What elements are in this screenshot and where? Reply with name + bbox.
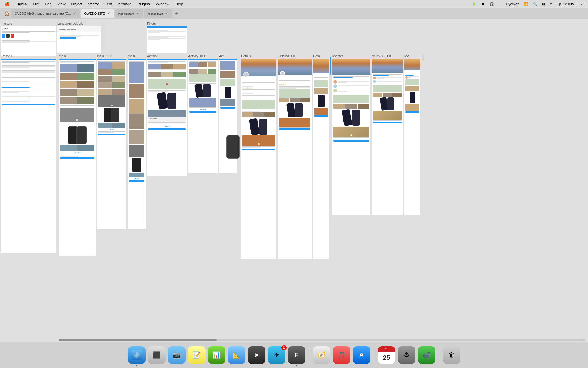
- acti-panel: Acti...: [219, 54, 237, 173]
- dock-appstore[interactable]: A: [353, 346, 370, 364]
- menu-vector[interactable]: Vector: [86, 2, 101, 6]
- dock-separator-2: [374, 348, 374, 362]
- reviews1000-label: reviews 1000: [372, 54, 403, 58]
- activity-label: Activity: [147, 54, 187, 58]
- filters-frame[interactable]: [147, 26, 187, 53]
- activity-panel: Activity: [147, 54, 187, 176]
- language-selection-panel: Language selection Language selection: [57, 22, 101, 53]
- menu-object[interactable]: Object: [69, 2, 85, 6]
- date-time[interactable]: Ср, 12 янв. 15:23: [555, 2, 586, 6]
- menubar: 🍎 Figma File Edit View Object Vector Tex…: [0, 0, 588, 8]
- dock-music[interactable]: 🎵: [333, 346, 350, 364]
- masters-frame[interactable]: QVEDO: [1, 26, 56, 56]
- canvas-scrollbar[interactable]: [59, 339, 585, 341]
- activity-frame[interactable]: Post content QVEDO: [147, 59, 187, 176]
- dock-keynote[interactable]: 📐: [228, 346, 245, 364]
- dock-dot: [136, 365, 137, 366]
- activity1000-panel: Activity 1000: [188, 54, 218, 173]
- menu-view[interactable]: View: [55, 2, 68, 6]
- control-center-icon[interactable]: ⊞: [541, 2, 546, 6]
- dock-launchpad[interactable]: ⬛: [148, 346, 166, 364]
- details1000-frame[interactable]: [278, 59, 312, 259]
- main-dots-panel: main... QVEDO: [128, 54, 146, 229]
- dock-separator-3: [439, 348, 439, 362]
- tab-label: QVEDO Мобильное приложение (С...: [15, 12, 71, 15]
- main-dots-label: main...: [128, 54, 146, 58]
- acti-label: Acti...: [219, 54, 237, 58]
- tab-close-button[interactable]: ✕: [165, 11, 169, 16]
- frame13-frame[interactable]: [1, 59, 56, 253]
- reviews1000-panel: reviews 1000: [372, 54, 403, 215]
- menubar-right: 🔋 ⏺ 🎧 ✦ Русская 📶 🔍 ⊞ ≡ Ср, 12 янв. 15:2…: [471, 2, 586, 6]
- dock-finder[interactable]: 🔍: [128, 346, 146, 364]
- bluetooth-icon: ✦: [497, 2, 503, 6]
- frame13-panel: Frame 13: [1, 54, 56, 253]
- battery-icon: 🔋: [471, 2, 478, 6]
- dock-notes[interactable]: 📝: [188, 346, 206, 364]
- tab-qvedo-mobile[interactable]: QVEDO Мобильное приложение (С... ✕: [11, 9, 80, 18]
- small-frame: [101, 22, 105, 48]
- rev-frame[interactable]: [404, 59, 420, 215]
- svg-text:🔍: 🔍: [134, 353, 139, 358]
- dock-facetime[interactable]: 📹: [418, 346, 435, 364]
- tab-label: инстаграм: [118, 12, 134, 15]
- record-icon: ⏺: [480, 2, 486, 6]
- rev-panel: rev...: [404, 54, 420, 215]
- menu-window[interactable]: Window: [153, 2, 172, 6]
- tab-close-button[interactable]: ✕: [136, 11, 140, 16]
- dock-badge-telegram: 2: [281, 345, 287, 350]
- menu-file[interactable]: File: [30, 2, 41, 6]
- dock-separator: [309, 348, 309, 362]
- activity1000-label: Activity 1000: [188, 54, 218, 58]
- main-dots-frame[interactable]: QVEDO: [128, 59, 146, 229]
- reviews-panel: reviews: [332, 54, 370, 215]
- app-name[interactable]: Figma: [13, 2, 29, 6]
- tab-instagram-2[interactable]: инстаграм ✕: [144, 9, 172, 18]
- wifi-icon: 📶: [523, 2, 529, 6]
- add-tab-button[interactable]: +: [173, 10, 180, 17]
- reviews-frame[interactable]: [332, 59, 370, 215]
- tab-close-button[interactable]: ✕: [73, 11, 77, 16]
- menu-plugins[interactable]: Plugins: [135, 2, 152, 6]
- tab-qwedo-site[interactable]: QWEDO SITE ✕: [81, 9, 114, 18]
- dock-systemprefs[interactable]: ⚙: [398, 346, 415, 364]
- small-frame-panel: [101, 22, 105, 48]
- dock-trash[interactable]: 🗑: [443, 346, 460, 364]
- tab-instagram-1[interactable]: инстаграм ✕: [115, 9, 143, 18]
- details-frame[interactable]: [241, 59, 276, 259]
- filters-panel: Filters: [147, 22, 187, 53]
- deta-frame[interactable]: [313, 59, 329, 259]
- dock-telegram[interactable]: ✈ 2: [268, 346, 285, 364]
- dock-fantastical[interactable]: ВТ 25: [378, 346, 395, 364]
- details-label: Details: [241, 54, 276, 58]
- canvas-scrollbar-thumb[interactable]: [59, 339, 217, 341]
- main1000-frame[interactable]: QVEDO: [97, 59, 126, 229]
- dock-safari[interactable]: 🧭: [313, 346, 330, 364]
- deta-label: Deta...: [313, 54, 329, 58]
- dock-arrow[interactable]: ➤: [248, 346, 265, 364]
- masters-label: masters: [1, 22, 56, 25]
- language-selector[interactable]: Русская: [505, 2, 521, 6]
- details1000-panel: Details1000: [278, 54, 312, 259]
- reviews1000-frame[interactable]: [372, 59, 403, 215]
- dock-figma[interactable]: F: [288, 346, 305, 364]
- main-frame[interactable]: QVEDO: [59, 59, 96, 256]
- apple-menu[interactable]: 🍎: [2, 2, 12, 6]
- deta-panel: Deta...: [313, 54, 329, 259]
- tab-close-button[interactable]: ✕: [107, 11, 111, 16]
- tab-label: QWEDO SITE: [84, 12, 105, 15]
- activity1000-frame[interactable]: QVEDO: [188, 59, 218, 173]
- notification-icon[interactable]: ≡: [549, 2, 553, 6]
- menu-help[interactable]: Help: [173, 2, 186, 6]
- menu-text[interactable]: Text: [103, 2, 114, 6]
- tab-label: инстаграм: [147, 12, 163, 15]
- canvas-area[interactable]: masters QVEDO Frame 13: [0, 19, 588, 342]
- menu-edit[interactable]: Edit: [42, 2, 54, 6]
- language-selection-frame[interactable]: Language selection: [57, 26, 101, 53]
- menu-arrange[interactable]: Arrange: [116, 2, 134, 6]
- dock-screenshot[interactable]: 📷: [168, 346, 186, 364]
- search-icon[interactable]: 🔍: [532, 2, 539, 6]
- dock-dot: [296, 365, 297, 366]
- dock-numbers[interactable]: 📊: [208, 346, 225, 364]
- home-button[interactable]: 🏠: [2, 9, 11, 18]
